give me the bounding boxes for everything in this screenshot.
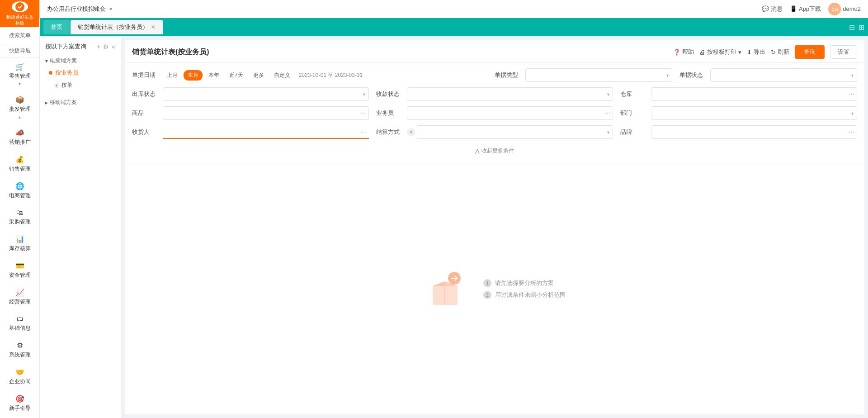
doc-type-wrapper (525, 68, 672, 82)
recipient-input[interactable] (163, 125, 369, 139)
recipient-wrapper: ··· (163, 125, 369, 139)
finance-icon: 💳 (15, 261, 24, 270)
order-icon: ⊞ (54, 82, 59, 89)
goods-dots[interactable]: ··· (360, 109, 366, 117)
settings-scheme-button[interactable]: ⚙ (103, 43, 109, 50)
outbound-select[interactable] (163, 87, 369, 101)
sidebar-item-finance[interactable]: 💳 资金管理 (0, 257, 39, 284)
settings-button[interactable]: 设置 (830, 45, 857, 59)
date-pill-last-month[interactable]: 上月 (163, 70, 182, 81)
mobile-section-header[interactable]: ▸ 移动端方案 (40, 97, 121, 108)
purchase-icon: 🛍 (16, 209, 24, 217)
payment-select[interactable] (407, 87, 613, 101)
salesperson-input[interactable] (407, 106, 613, 120)
app-logo: 畅捷通好生意 标版 (0, 0, 39, 27)
empty-state-inner: 1 请先选择要分析的方案 2 用过滤条件来缩小分析范围 (424, 266, 566, 312)
sidebar-item-wholesale[interactable]: 📦 批发管理 ▴ (0, 91, 39, 124)
sidebar-item-enterprise[interactable]: 🤝 企业协同 (0, 363, 39, 390)
logo-icon (12, 1, 28, 12)
sidebar-item-retail[interactable]: 🛒 零售管理 ▾ (0, 58, 39, 91)
sidebar-item-enterprise-label: 企业协同 (9, 378, 31, 385)
template-print-button[interactable]: 🖨 按模板打印 ▾ (699, 48, 741, 56)
add-scheme-button[interactable]: + (97, 43, 100, 50)
warehouse-dots[interactable]: ··· (849, 90, 854, 98)
sidebar-item-base[interactable]: 🗂 基础信息 (0, 310, 39, 337)
tab-bar: 首页 销货单统计表（按业务员） ✕ ⊟ ⊞ (40, 18, 868, 36)
date-pill-more[interactable]: 更多 (249, 70, 268, 81)
recipient-label: 收货人 (132, 128, 159, 136)
template-print-label: 按模板打印 (707, 48, 736, 56)
recipient-dots[interactable]: ··· (360, 128, 366, 136)
sidebar-item-business[interactable]: 📈 经营管理 (0, 284, 39, 310)
filter-row-3: 商品 ··· 业务员 ··· 部门 (132, 106, 857, 120)
quick-nav-button[interactable]: 快捷导航 (0, 44, 39, 58)
industry-dropdown-icon[interactable]: ▾ (109, 5, 113, 12)
inventory-icon: 📊 (15, 235, 24, 243)
goods-field: 商品 ··· (132, 106, 369, 120)
tab-home[interactable]: 首页 (43, 20, 70, 34)
sidebar-item-inventory-label: 库存核算 (9, 245, 31, 252)
empty-state: 1 请先选择要分析的方案 2 用过滤条件来缩小分析范围 (125, 163, 864, 414)
warehouse-input[interactable] (651, 87, 857, 101)
doc-type-label: 单据类型 (495, 71, 522, 79)
brand-wrapper: ··· (651, 125, 857, 139)
date-pill-custom[interactable]: 自定义 (270, 70, 294, 81)
sidebar-item-system[interactable]: ⚙ 系统管理 (0, 337, 39, 363)
sidebar-item-marketing[interactable]: 📣 营销推广 (0, 124, 39, 151)
brand-label: 品牌 (620, 128, 647, 136)
sidebar-item-newuser[interactable]: 🎯 新手引导 (0, 390, 39, 417)
dept-arrow (851, 111, 854, 116)
messages-button[interactable]: 💬 消息 (762, 5, 783, 13)
user-profile-button[interactable]: Ea demo2 (828, 3, 861, 15)
settlement-x-badge[interactable]: ✕ (407, 128, 415, 136)
doc-status-select[interactable] (710, 68, 857, 82)
empty-instruction-1: 1 请先选择要分析的方案 (483, 279, 566, 287)
tab-minimize-button[interactable]: ⊟ (849, 23, 855, 32)
date-pill-7days[interactable]: 近7天 (225, 70, 247, 81)
instruction-number-2: 2 (483, 291, 491, 299)
panel-actions: ❓ 帮助 🖨 按模板打印 ▾ ⬇ 导出 ↻ 刷新 (673, 45, 857, 59)
export-button[interactable]: ⬇ 导出 (747, 48, 765, 56)
help-button[interactable]: ❓ 帮助 (673, 48, 694, 56)
app-download-button[interactable]: 📱 App下载 (790, 5, 821, 13)
tab-close-button[interactable]: ✕ (151, 24, 156, 30)
search-menu-button[interactable]: 搜索菜单 (0, 27, 39, 44)
goods-input[interactable] (163, 106, 369, 120)
tab-sales-stat-label: 销货单统计表（按业务员） (78, 23, 148, 31)
doc-status-wrapper (710, 68, 857, 82)
salesperson-dots[interactable]: ··· (604, 109, 610, 117)
doc-type-select[interactable] (525, 68, 672, 82)
download-icon: 📱 (790, 5, 797, 12)
tab-sales-stat[interactable]: 销货单统计表（按业务员） ✕ (71, 20, 163, 34)
sidebar-item-ecommerce[interactable]: 🌐 电商管理 (0, 177, 39, 204)
date-pill-this-month[interactable]: 本月 (184, 70, 203, 81)
brand-dots[interactable]: ··· (849, 128, 854, 136)
print-icon: 🖨 (699, 49, 705, 56)
sidebar-item-inventory[interactable]: 📊 库存核算 (0, 230, 39, 257)
query-button[interactable]: 查询 (795, 45, 825, 59)
sidebar-item-purchase[interactable]: 🛍 采购管理 (0, 204, 39, 230)
sidebar-item-sales[interactable]: 💰 销售管理 (0, 151, 39, 177)
wholesale-chevron: ▴ (19, 114, 21, 119)
mobile-section: ▸ 移动端方案 (40, 94, 121, 111)
refresh-button[interactable]: ↻ 刷新 (771, 48, 789, 56)
collapse-sidebar-button[interactable]: « (112, 43, 115, 50)
tab-maximize-button[interactable]: ⊞ (859, 23, 864, 32)
settlement-arrow (607, 130, 609, 135)
date-pill-this-year[interactable]: 本年 (204, 70, 223, 81)
settlement-select[interactable] (417, 125, 613, 139)
collapse-conditions-button[interactable]: ⋀ 收起更多条件 (132, 144, 857, 157)
doc-status-arrow (851, 73, 854, 78)
scheme-by-order[interactable]: ⊞ 按单 (40, 79, 121, 91)
base-icon: 🗂 (16, 315, 24, 323)
svg-point-0 (15, 2, 24, 11)
collapse-icon: ⋀ (475, 148, 480, 154)
app-download-label: App下载 (799, 5, 821, 13)
scheme-by-salesperson[interactable]: 按业务员 (40, 66, 121, 79)
brand-input[interactable] (651, 125, 857, 139)
help-label: 帮助 (682, 48, 694, 56)
main-panel: 销货单统计表(按业务员) ❓ 帮助 🖨 按模板打印 ▾ ⬇ 导出 (125, 40, 864, 414)
app-subtitle-label: 标版 (15, 20, 24, 26)
goods-wrapper: ··· (163, 106, 369, 120)
dept-select[interactable] (651, 106, 857, 120)
